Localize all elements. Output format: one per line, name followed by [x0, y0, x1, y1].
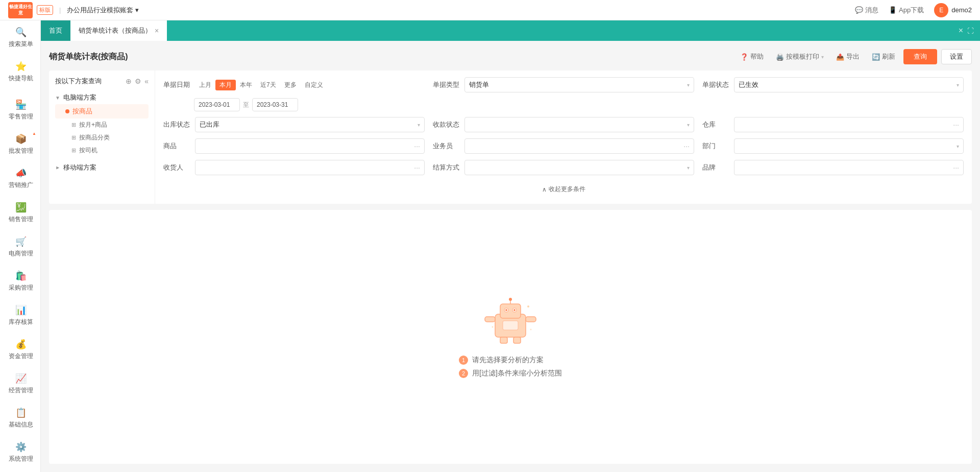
payment-input[interactable]: ▾	[464, 160, 694, 175]
filter-item-salesperson: 业务员 ···	[433, 138, 694, 154]
filter-item-doc-type: 单据类型 销货单 ▾	[433, 77, 694, 93]
scheme-add-btn[interactable]: ⊕	[126, 77, 132, 85]
sidebar-item-marketing[interactable]: 📣 营销推广	[0, 161, 40, 196]
scheme-collapse-btn[interactable]: «	[144, 77, 149, 85]
empty-illustration	[482, 296, 538, 347]
collapse-bar[interactable]: ∧ 收起更多条件	[163, 181, 964, 198]
refresh-btn[interactable]: 🔄 刷新	[868, 50, 899, 63]
scheme-actions: ⊕ ⚙ «	[126, 77, 149, 85]
tab-home[interactable]: 首页	[41, 20, 70, 41]
sidebar-item-search[interactable]: 🔍 搜索菜单	[0, 20, 40, 55]
sidebar-item-basic[interactable]: 📋 基础信息	[0, 401, 40, 435]
receiver-input[interactable]: ···	[195, 160, 425, 175]
page-main: 销货单统计表(按商品) ❓ 帮助 🖨️ 按模板打印 ▾ 📤	[41, 41, 980, 472]
out-status-input[interactable]: 已出库 ▾	[195, 117, 425, 132]
sidebar-item-sales[interactable]: 💹 销售管理	[0, 196, 40, 230]
date-pills: 上月 本月 本年 近7天 更多 自定义	[195, 80, 327, 90]
sidebar-label: 销售管理	[9, 215, 33, 224]
mobile-group-label: 移动端方案	[63, 163, 96, 172]
date-start-text: 2023-03-01	[199, 101, 230, 108]
date-end-text: 2023-03-31	[257, 101, 288, 108]
scheme-item-label: 按商品	[72, 107, 92, 116]
message-btn[interactable]: 💬 消息	[855, 6, 878, 15]
sidebar-item-operations[interactable]: 📈 经营管理	[0, 367, 40, 401]
filter-item-brand: 品牌 ···	[702, 159, 964, 176]
dropdown-chevron: ▾	[135, 6, 139, 14]
tab-stats[interactable]: 销货单统计表（按商品） ×	[70, 20, 167, 41]
pill-more[interactable]: 更多	[280, 80, 301, 90]
scheme-sub-item-goods-cat[interactable]: ⊞ 按商品分类	[55, 131, 149, 144]
doc-status-input[interactable]: 已生效 ▾	[734, 77, 964, 92]
active-dot	[65, 109, 69, 113]
brand-input[interactable]: ···	[734, 160, 964, 175]
scheme-title: 按以下方案查询	[55, 77, 102, 86]
scheme-sub-item-month-goods[interactable]: ⊞ 按月+商品	[55, 119, 149, 131]
tab-close-all-btn[interactable]: ×	[959, 26, 963, 35]
pill-7days[interactable]: 近7天	[256, 80, 280, 90]
sidebar-item-retail[interactable]: 🏪 零售管理	[0, 93, 40, 127]
dept-input[interactable]: ▾	[734, 138, 964, 154]
sidebar-item-ecommerce[interactable]: 🛒 电商管理	[0, 230, 40, 264]
template-print-btn[interactable]: 🖨️ 按模板打印 ▾	[772, 50, 828, 63]
sidebar-item-system[interactable]: ⚙️ 系统管理	[0, 435, 40, 469]
filter-item-receipt-status: 收款状态 ▾	[433, 116, 694, 133]
message-label: 消息	[865, 6, 878, 15]
tab-close-btn[interactable]: ×	[155, 27, 159, 34]
group-arrow-icon: ▼	[55, 95, 60, 101]
purchase-icon: 🛍️	[15, 270, 27, 281]
tabbar-actions: × ⛶	[952, 20, 980, 41]
retail-icon: 🏪	[15, 99, 27, 110]
warehouse-dots[interactable]: ···	[953, 121, 959, 129]
receiver-dots[interactable]: ···	[414, 163, 420, 172]
scheme-item-by-goods[interactable]: 按商品	[55, 104, 149, 119]
pill-this-year[interactable]: 本年	[236, 80, 256, 90]
help-btn[interactable]: ❓ 帮助	[736, 50, 768, 63]
tab-maximize-btn[interactable]: ⛶	[967, 27, 974, 35]
sidebar-item-enterprise[interactable]: 🤝 企业协同	[0, 469, 40, 472]
svg-rect-8	[500, 337, 507, 343]
scheme-group-mobile-header[interactable]: ▼ 移动端方案	[55, 161, 149, 174]
filter-item-out-status: 出库状态 已出库 ▾	[163, 116, 425, 133]
doc-type-input[interactable]: 销货单 ▾	[464, 77, 694, 92]
doc-type-label: 单据类型	[433, 80, 461, 89]
tabbar: 首页 销货单统计表（按商品） × × ⛶	[41, 20, 980, 41]
svg-point-4	[505, 309, 507, 311]
goods-input[interactable]: ···	[195, 138, 425, 154]
scheme-group-pc-header[interactable]: ▼ 电脑端方案	[55, 91, 149, 104]
pill-this-month[interactable]: 本月	[215, 80, 236, 90]
system-icon: ⚙️	[15, 441, 27, 453]
sidebar-item-purchase[interactable]: 🛍️ 采购管理	[0, 264, 40, 298]
receipt-status-input[interactable]: ▾	[464, 117, 694, 132]
app-download-btn[interactable]: 📱 App下载	[889, 6, 924, 15]
sidebar-item-wholesale[interactable]: 📦 批发管理 ▲	[0, 127, 40, 161]
topbar-left: 畅捷通好生意 标版 | 办公用品行业模拟账套 ▾	[8, 2, 139, 18]
salesperson-dots[interactable]: ···	[683, 142, 690, 150]
wholesale-icon: 📦	[15, 133, 27, 145]
warehouse-input[interactable]: ···	[734, 117, 964, 132]
search-icon: 🔍	[15, 27, 27, 38]
right-filters: 单据日期 上月 本月 本年 近7天 更多 自定义	[155, 70, 972, 204]
brand-dots[interactable]: ···	[953, 163, 959, 172]
query-button[interactable]: 查询	[903, 49, 937, 64]
page-title: 销货单统计表(按商品)	[49, 52, 128, 62]
message-icon: 💬	[855, 6, 863, 14]
pill-custom[interactable]: 自定义	[301, 80, 327, 90]
sidebar-item-shortcut[interactable]: ⭐ 快捷导航	[0, 55, 40, 89]
scheme-edit-btn[interactable]: ⚙	[135, 77, 141, 85]
subtitle-dropdown[interactable]: 办公用品行业模拟账套 ▾	[67, 6, 139, 15]
scheme-group-pc: ▼ 电脑端方案 按商品 ⊞	[55, 91, 149, 157]
sidebar-item-inventory[interactable]: 📊 库存核算	[0, 298, 40, 333]
goods-dots[interactable]: ···	[414, 142, 420, 150]
date-start-field[interactable]: 2023-03-01	[194, 98, 240, 111]
pill-last-month[interactable]: 上月	[195, 80, 215, 90]
date-end-field[interactable]: 2023-03-31	[252, 98, 298, 111]
salesperson-input[interactable]: ···	[464, 138, 694, 154]
date-separator: 至	[243, 101, 249, 109]
user-menu[interactable]: E demo2	[934, 3, 972, 17]
group-label: 电脑端方案	[63, 93, 96, 102]
scheme-sub-item-cashier[interactable]: ⊞ 按司机	[55, 144, 149, 157]
sidebar-label: 营销推广	[9, 181, 33, 190]
sidebar-item-finance[interactable]: 💰 资金管理	[0, 333, 40, 367]
settings-button[interactable]: 设置	[941, 49, 972, 64]
export-btn[interactable]: 📤 导出	[832, 50, 864, 63]
